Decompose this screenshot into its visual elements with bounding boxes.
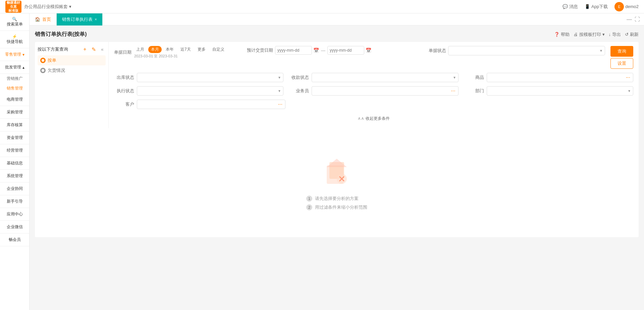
salesperson-field: 业务员 ··· bbox=[289, 86, 458, 96]
sidebar-item-wholesale[interactable]: 批发管理 ▴ bbox=[0, 61, 29, 74]
app-download-action[interactable]: 📱 App下载 bbox=[585, 4, 608, 10]
filter-row-4: 客户 ··· bbox=[114, 100, 633, 109]
sidebar-basic-label: 基础信息 bbox=[7, 161, 23, 165]
home-icon: 🏠 bbox=[35, 17, 40, 22]
sidebar-item-retail[interactable]: 零售管理 ▾ bbox=[0, 48, 29, 61]
export-button[interactable]: ↓ 导出 bbox=[609, 32, 621, 38]
scheme-header: 按以下方案查询 + ✎ « bbox=[38, 46, 106, 53]
calendar-to-icon[interactable]: 📅 bbox=[366, 48, 371, 53]
tab-sales-order-label: 销售订单执行表 bbox=[62, 16, 93, 22]
sidebar-item-operations[interactable]: 经营管理 bbox=[0, 144, 29, 157]
message-icon: 💬 bbox=[562, 4, 568, 9]
sidebar-finance-label: 资金管理 bbox=[7, 135, 23, 140]
sidebar-inventory-label: 库存核算 bbox=[7, 122, 23, 127]
payment-status-dropdown[interactable]: ▾ bbox=[312, 73, 458, 82]
order-status-dropdown[interactable]: ▾ bbox=[448, 46, 605, 55]
date-btn-last-month[interactable]: 上月 bbox=[133, 46, 147, 53]
app-selector-chevron-icon: ▾ bbox=[69, 4, 71, 9]
date-from-input[interactable] bbox=[275, 46, 312, 55]
sidebar-item-finance[interactable]: 资金管理 bbox=[0, 132, 29, 144]
sidebar-item-member[interactable]: 畅会员 bbox=[0, 234, 29, 246]
sidebar-item-ecommerce[interactable]: 电商管理 bbox=[0, 93, 29, 106]
settings-button[interactable]: 设置 bbox=[610, 58, 633, 69]
sidebar-quick-nav[interactable]: ⚡ 快捷导航 bbox=[0, 31, 29, 48]
filter-row-3: 执行状态 ▾ 业务员 ··· bbox=[114, 86, 633, 96]
help-label: 帮助 bbox=[561, 32, 570, 38]
sidebar-search[interactable]: 🔍 搜索菜单 bbox=[0, 13, 29, 31]
search-icon: 🔍 bbox=[12, 17, 17, 21]
message-label: 消息 bbox=[569, 4, 578, 10]
collapse-more-button[interactable]: ∧∧ 收起更多条件 bbox=[114, 113, 633, 124]
filter-panel: 按以下方案查询 + ✎ « bbox=[35, 42, 639, 128]
delivery-chevron-icon: ▾ bbox=[278, 75, 280, 80]
dept-label: 部门 bbox=[464, 88, 484, 94]
scheme-add-button[interactable]: + bbox=[82, 46, 88, 53]
template-print-button[interactable]: 🖨 按模板打印 ▾ bbox=[574, 32, 605, 38]
delivery-status-dropdown[interactable]: ▾ bbox=[137, 73, 283, 82]
calendar-from-icon[interactable]: 📅 bbox=[313, 48, 319, 53]
scheme-icons: + ✎ « bbox=[82, 46, 106, 53]
date-btn-this-year[interactable]: 本年 bbox=[163, 46, 176, 53]
app-selector[interactable]: 办公用品行业模拟账套 ▾ bbox=[24, 4, 71, 10]
tab-home[interactable]: 🏠 首页 bbox=[30, 13, 57, 25]
scheme-item-by-order[interactable]: 按单 bbox=[38, 55, 106, 65]
scheme-collapse-button[interactable]: « bbox=[99, 46, 106, 53]
svg-point-0 bbox=[42, 59, 44, 62]
payment-status-field: 收款状态 ▾ bbox=[289, 73, 458, 82]
salesperson-label: 业务员 bbox=[289, 88, 309, 94]
date-btn-this-month[interactable]: 本月 bbox=[148, 46, 162, 53]
sidebar-item-basic[interactable]: 基础信息 bbox=[0, 157, 29, 170]
collapse-icon: « bbox=[101, 47, 104, 52]
help-icon: ❓ bbox=[554, 32, 559, 37]
sidebar-search-label: 搜索菜单 bbox=[1, 21, 28, 27]
sidebar-item-marketing[interactable]: 营销推广 bbox=[0, 74, 29, 84]
delivery-status-field: 出库状态 ▾ bbox=[114, 73, 283, 82]
sidebar-newuser-label: 新手引导 bbox=[7, 199, 23, 204]
minimize-icon[interactable]: — bbox=[627, 16, 632, 22]
refresh-button[interactable]: ↺ 刷新 bbox=[625, 32, 639, 38]
nav-icon: ⚡ bbox=[12, 34, 17, 39]
template-print-label: 按模板打印 bbox=[579, 32, 601, 38]
sidebar-enterprise-label: 企业协同 bbox=[7, 186, 23, 191]
user-action[interactable]: E demo2 bbox=[614, 2, 639, 11]
tab-sales-order[interactable]: 销售订单执行表 × bbox=[57, 13, 103, 25]
customer-input[interactable]: ··· bbox=[137, 100, 285, 109]
date-to-input[interactable] bbox=[327, 46, 364, 55]
sidebar-item-appcenter[interactable]: 应用中心 bbox=[0, 208, 29, 221]
help-button[interactable]: ❓ 帮助 bbox=[554, 32, 570, 38]
sidebar-item-enterprise[interactable]: 企业协同 bbox=[0, 183, 29, 195]
product-input[interactable]: ··· bbox=[487, 73, 633, 82]
empty-tip-2: 2 用过滤条件来缩小分析范围 bbox=[306, 204, 367, 210]
query-button[interactable]: 查询 bbox=[610, 46, 633, 57]
sidebar-item-purchase[interactable]: 采购管理 bbox=[0, 106, 29, 119]
tab-close-icon[interactable]: × bbox=[95, 17, 97, 22]
sidebar-item-wechat[interactable]: 企业微信 bbox=[0, 221, 29, 234]
content-area: 🏠 首页 销售订单执行表 × — ⛶ 销售订单执行表(按单) ❓ 帮助 bbox=[30, 13, 644, 310]
date-separator: — bbox=[321, 48, 325, 53]
message-action[interactable]: 💬 消息 bbox=[562, 4, 578, 10]
logo: 畅捷通好生意标准版 bbox=[5, 1, 21, 13]
sidebar-item-inventory[interactable]: 库存核算 bbox=[0, 119, 29, 132]
date-btn-more[interactable]: 更多 bbox=[195, 46, 208, 53]
scheme-item-shortage[interactable]: 欠货情况 bbox=[38, 65, 106, 75]
scheme-edit-button[interactable]: ✎ bbox=[90, 46, 97, 53]
dept-dropdown[interactable]: ▾ bbox=[487, 86, 633, 96]
date-from-group: 📅 bbox=[275, 46, 319, 55]
date-btn-7days[interactable]: 近7天 bbox=[178, 46, 194, 53]
tip-2-num: 2 bbox=[306, 204, 312, 210]
sidebar-item-sales[interactable]: 销售管理 bbox=[0, 84, 29, 93]
tabs-right: — ⛶ bbox=[627, 16, 644, 22]
sidebar-sales-label: 销售管理 bbox=[7, 86, 23, 91]
estimated-date-label: 预计交货日期 bbox=[247, 47, 273, 53]
date-label: 单据日期 bbox=[114, 49, 131, 55]
exec-status-dropdown[interactable]: ▾ bbox=[137, 86, 283, 96]
tip-2-text: 用过滤条件来缩小分析范围 bbox=[315, 204, 367, 210]
sidebar-item-system[interactable]: 系统管理 bbox=[0, 170, 29, 183]
maximize-icon[interactable]: ⛶ bbox=[635, 16, 640, 22]
salesperson-input[interactable]: ··· bbox=[312, 86, 458, 96]
chevron-icon: ▾ bbox=[22, 52, 24, 57]
date-btn-custom[interactable]: 自定义 bbox=[210, 46, 227, 53]
sidebar-wechat-label: 企业微信 bbox=[7, 224, 23, 229]
sidebar-item-newuser[interactable]: 新手引导 bbox=[0, 195, 29, 208]
sidebar: 🔍 搜索菜单 ⚡ 快捷导航 零售管理 ▾ 批发管理 ▴ 营销推广 销售管理 电商… bbox=[0, 13, 30, 310]
